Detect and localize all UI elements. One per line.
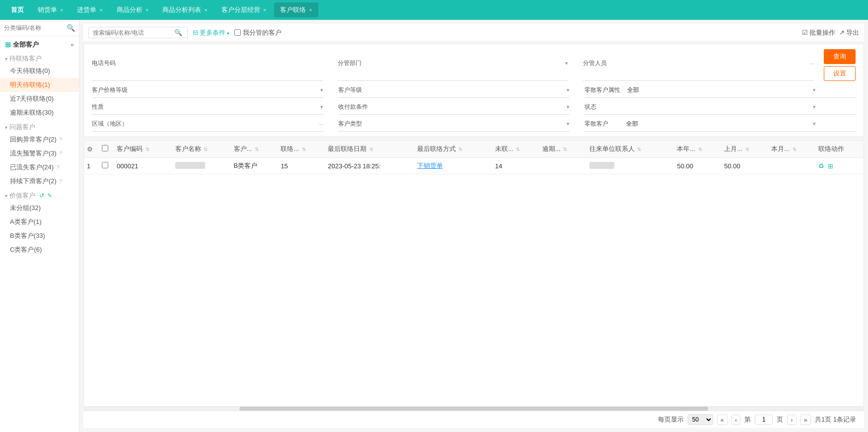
nav-home[interactable]: 首页 bbox=[5, 2, 30, 17]
arrow-down-icon[interactable]: ▾ bbox=[567, 87, 570, 93]
collapse-icon[interactable]: « bbox=[71, 41, 74, 48]
th-checkbox[interactable] bbox=[99, 141, 114, 158]
th-unit-contact[interactable]: 往来单位联系人 ⇅ bbox=[586, 141, 674, 158]
arrow-down-icon[interactable]: ▾ bbox=[567, 121, 570, 127]
th-last-contact-date[interactable]: 最后联络日期 ⇅ bbox=[325, 141, 414, 158]
sort-icon[interactable]: ⇅ bbox=[516, 146, 520, 152]
nav-purchase-order[interactable]: 进货单 × bbox=[71, 2, 108, 17]
sidebar-search-icon[interactable]: 🔍 bbox=[67, 24, 75, 32]
more-icon[interactable]: ··· bbox=[319, 121, 323, 127]
th-this-year[interactable]: 本年... ⇅ bbox=[674, 141, 721, 158]
name-masked bbox=[175, 162, 205, 169]
next-page-btn[interactable]: › bbox=[787, 415, 796, 425]
col-last-month-label: 上月... bbox=[724, 145, 742, 152]
arrow-down-icon[interactable]: ▾ bbox=[320, 104, 323, 110]
my-customers-checkbox-wrap[interactable]: 我分管的客户 bbox=[234, 28, 282, 37]
export-btn[interactable]: ↗ 导出 bbox=[839, 28, 859, 37]
scrollbar-thumb[interactable] bbox=[239, 407, 708, 411]
nav-sales-order[interactable]: 销货单 × bbox=[32, 2, 69, 17]
prev-page-btn[interactable]: ‹ bbox=[731, 415, 740, 425]
th-this-month[interactable]: 本月... ⇅ bbox=[768, 141, 815, 158]
per-page-select[interactable]: 50 100 200 bbox=[688, 414, 713, 425]
nav-customer-tier[interactable]: 客户分层经营 × bbox=[216, 2, 272, 17]
close-icon[interactable]: × bbox=[204, 7, 207, 13]
gear-icon[interactable]: ⚙ bbox=[87, 145, 93, 153]
last-page-btn[interactable]: » bbox=[800, 415, 811, 425]
th-settings[interactable]: ⚙ bbox=[84, 141, 99, 158]
sidebar-item-unclassified[interactable]: 未分组(32) bbox=[0, 201, 79, 215]
sort-icon[interactable]: ⇅ bbox=[302, 146, 306, 152]
pending-section-title[interactable]: ▾ 待联络客户 bbox=[0, 51, 79, 64]
th-last-contact-method[interactable]: 最后联络方式 ⇅ bbox=[414, 141, 492, 158]
sidebar-item-class-b[interactable]: B类客户(33) bbox=[0, 229, 79, 243]
arrow-down-icon[interactable]: ▾ bbox=[813, 104, 816, 110]
more-action-icon[interactable]: ⊞ bbox=[828, 162, 833, 170]
nav-product-analysis[interactable]: 商品分析 × bbox=[111, 2, 154, 17]
nav-product-analysis-list[interactable]: 商品分析列表 × bbox=[156, 2, 213, 17]
th-name[interactable]: 客户名称 ⇅ bbox=[172, 141, 231, 158]
page-input[interactable] bbox=[755, 415, 773, 425]
more-conditions-btn[interactable]: ⊟ 更多条件 ▴ bbox=[193, 28, 229, 37]
th-uncontacted[interactable]: 未联... ⇅ bbox=[492, 141, 539, 158]
sidebar-item-declining[interactable]: 持续下滑客户(2) ? bbox=[0, 174, 79, 188]
arrow-down-icon[interactable]: ▾ bbox=[813, 87, 816, 93]
sidebar-item-7days-pending[interactable]: 近7天待联络(0) bbox=[0, 92, 79, 106]
more-icon[interactable]: ··· bbox=[809, 61, 814, 67]
close-icon[interactable]: × bbox=[99, 7, 102, 13]
search-bar: 🔍 ⊟ 更多条件 ▴ 我分管的客户 ☑ 批量操作 ↗ 导出 bbox=[83, 24, 864, 42]
my-customers-checkbox[interactable] bbox=[234, 29, 241, 36]
sort-icon[interactable]: ⇅ bbox=[458, 146, 462, 152]
sidebar-item-churn-warning[interactable]: 流失预警客户(3) ? bbox=[0, 146, 79, 160]
contact-action-icon[interactable]: ♻ bbox=[818, 162, 824, 170]
first-page-btn[interactable]: « bbox=[717, 415, 727, 425]
sort-icon[interactable]: ⇅ bbox=[255, 146, 259, 152]
sort-icon[interactable]: ⇅ bbox=[204, 146, 208, 152]
sidebar-item-class-c[interactable]: C类客户(6) bbox=[0, 243, 79, 257]
close-icon[interactable]: × bbox=[60, 7, 63, 13]
sidebar-item-overdue-contact[interactable]: 逾期未联络(30) bbox=[0, 106, 79, 120]
sidebar-item-tomorrow-pending[interactable]: 明天待联络(1) bbox=[0, 78, 79, 92]
value-section-title[interactable]: ▾ 价值客户 ↺ ✎ bbox=[0, 188, 79, 201]
sort-icon[interactable]: ⇅ bbox=[745, 146, 749, 152]
sidebar-item-class-a[interactable]: A类客户(1) bbox=[0, 215, 79, 229]
nav-customer-contact[interactable]: 客户联络 × bbox=[274, 2, 318, 17]
td-last-contact-method[interactable]: 下销货单 bbox=[414, 158, 492, 174]
batch-op-btn[interactable]: ☑ 批量操作 bbox=[802, 28, 835, 37]
th-type[interactable]: 客户... ⇅ bbox=[231, 141, 278, 158]
last-contact-link[interactable]: 下销货单 bbox=[417, 162, 443, 169]
arrow-down-icon[interactable]: ▾ bbox=[813, 121, 816, 127]
search-icon[interactable]: 🔍 bbox=[174, 29, 182, 36]
sidebar-item-churned[interactable]: 已流失客户(24) ? bbox=[0, 160, 79, 174]
refresh-icon[interactable]: ↺ bbox=[39, 192, 44, 199]
th-last-month[interactable]: 上月... ⇅ bbox=[721, 141, 768, 158]
arrow-down-icon[interactable]: ▾ bbox=[320, 87, 323, 93]
horizontal-scrollbar[interactable] bbox=[83, 407, 864, 411]
row-checkbox[interactable] bbox=[102, 162, 108, 168]
top-actions: ☑ 批量操作 ↗ 导出 bbox=[802, 28, 859, 37]
close-icon[interactable]: × bbox=[145, 7, 148, 13]
th-contact[interactable]: 联络... ⇅ bbox=[278, 141, 325, 158]
set-button[interactable]: 设置 bbox=[824, 66, 856, 81]
close-icon[interactable]: × bbox=[263, 7, 266, 13]
close-icon[interactable]: × bbox=[309, 7, 312, 13]
sort-icon[interactable]: ⇅ bbox=[563, 146, 567, 152]
arrow-down-icon[interactable]: ▾ bbox=[567, 104, 570, 110]
sort-icon[interactable]: ⇅ bbox=[145, 146, 149, 152]
sort-icon[interactable]: ⇅ bbox=[369, 146, 373, 152]
sidebar-item-repurchase-abnormal[interactable]: 回购异常客户(2) ? bbox=[0, 133, 79, 146]
search-input[interactable] bbox=[93, 29, 172, 36]
sidebar-item-today-pending[interactable]: 今天待联络(0) bbox=[0, 64, 79, 78]
arrow-down-icon[interactable]: ▾ bbox=[565, 60, 568, 67]
sort-icon[interactable]: ⇅ bbox=[637, 146, 641, 152]
query-button[interactable]: 查询 bbox=[824, 49, 856, 64]
sidebar-search-input[interactable] bbox=[4, 24, 65, 31]
th-code[interactable]: 客户编码 ⇅ bbox=[114, 141, 172, 158]
sort-icon[interactable]: ⇅ bbox=[698, 146, 702, 152]
sidebar-all-customers[interactable]: ⊞ 全部客户 « bbox=[0, 36, 79, 51]
edit-icon[interactable]: ✎ bbox=[47, 192, 52, 199]
sort-icon[interactable]: ⇅ bbox=[793, 146, 796, 152]
th-overdue[interactable]: 逾期... ⇅ bbox=[539, 141, 586, 158]
select-all-checkbox[interactable] bbox=[102, 145, 108, 151]
problem-section-title[interactable]: ▾ 问题客户 bbox=[0, 120, 79, 133]
td-checkbox[interactable] bbox=[99, 158, 114, 174]
